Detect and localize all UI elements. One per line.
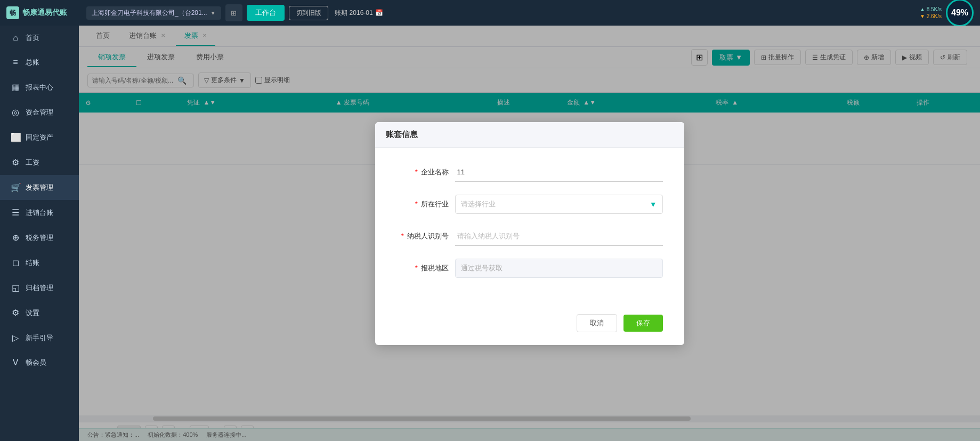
sidebar-item-purchase[interactable]: ☰ 进销台账 — [0, 200, 79, 225]
sidebar-label-ledger: 总账 — [26, 58, 39, 67]
industry-required: * — [415, 200, 418, 208]
speed-indicator: 49% — [946, 0, 974, 27]
tax-region-required: * — [415, 264, 418, 272]
assets-icon: ⬜ — [11, 132, 20, 142]
purchase-icon: ☰ — [11, 207, 20, 218]
sidebar-label-checkout: 结账 — [26, 258, 39, 268]
sidebar-item-tax[interactable]: ⊕ 税务管理 — [0, 225, 79, 250]
sidebar-label-guide: 新手引导 — [26, 333, 53, 343]
form-row-industry: * 所在行业 请选择行业 ▼ — [396, 195, 663, 214]
sidebar-item-finance[interactable]: ◎ 资金管理 — [0, 100, 79, 125]
switch-old-button[interactable]: 切到旧版 — [289, 6, 328, 20]
period-info: 账期 2016-01 📅 — [335, 9, 383, 18]
save-button[interactable]: 保存 — [623, 315, 663, 332]
modal-overlay: 账套信息 * 企业名称 * 所在行业 请选择行业 ▼ — [79, 26, 980, 441]
sidebar-item-member[interactable]: V 畅会员 — [0, 350, 79, 375]
form-row-company: * 企业名称 — [396, 163, 663, 182]
industry-select[interactable]: 请选择行业 ▼ — [455, 195, 663, 214]
sidebar-item-report[interactable]: ▦ 报表中心 — [0, 75, 79, 100]
sidebar-label-assets: 固定资产 — [26, 133, 53, 142]
settings-icon: ⚙ — [11, 308, 20, 318]
form-row-tax-id: * 纳税人识别号 — [396, 227, 663, 246]
sidebar-label-tax: 税务管理 — [26, 233, 53, 243]
tax-region-placeholder: 通过税号获取 — [461, 263, 503, 273]
tax-region-field: 通过税号获取 — [455, 259, 663, 278]
tax-id-label: * 纳税人识别号 — [396, 231, 455, 241]
industry-placeholder: 请选择行业 — [461, 199, 496, 209]
sidebar-item-salary[interactable]: ⚙ 工资 — [0, 150, 79, 175]
dialog-footer: 取消 保存 — [375, 306, 684, 345]
sidebar-item-settings[interactable]: ⚙ 设置 — [0, 300, 79, 325]
ledger-icon: ≡ — [11, 58, 20, 67]
checkout-icon: ◻ — [11, 258, 20, 268]
cancel-button[interactable]: 取消 — [577, 314, 617, 332]
member-icon: V — [11, 358, 20, 367]
tax-id-required: * — [401, 232, 404, 240]
dialog-header: 账套信息 — [375, 122, 684, 148]
sidebar-label-invoice: 发票管理 — [26, 183, 53, 193]
logo-icon: 畅 — [6, 6, 19, 19]
sidebar-item-ledger[interactable]: ≡ 总账 — [0, 50, 79, 75]
sidebar-item-guide[interactable]: ▷ 新手引导 — [0, 325, 79, 350]
sidebar-label-archive: 归档管理 — [26, 283, 53, 293]
dialog-title: 账套信息 — [386, 130, 418, 139]
sidebar-label-purchase: 进销台账 — [26, 208, 53, 218]
company-name: 上海卯金刀电子科技有限公司_（台201... — [92, 9, 207, 18]
sidebar-label-home: 首页 — [26, 33, 39, 43]
sidebar-item-assets[interactable]: ⬜ 固定资产 — [0, 125, 79, 150]
tax-icon: ⊕ — [11, 232, 20, 243]
speed-up: ▲ 8.5K/s — [920, 6, 942, 12]
period-label: 账期 — [335, 9, 347, 18]
period-value: 2016-01 — [350, 9, 373, 17]
sidebar-label-salary: 工资 — [26, 158, 39, 167]
salary-icon: ⚙ — [11, 157, 20, 167]
topbar-right: ▲ 8.5K/s ▼ 2.6K/s 49% — [920, 0, 974, 27]
sidebar-label-report: 报表中心 — [26, 83, 53, 92]
speed-vals: ▲ 8.5K/s ▼ 2.6K/s — [920, 6, 942, 19]
sidebar-label-settings: 设置 — [26, 308, 39, 318]
calendar-icon[interactable]: 📅 — [375, 9, 383, 17]
company-name-label: * 企业名称 — [396, 167, 455, 177]
sidebar-item-archive[interactable]: ◱ 归档管理 — [0, 275, 79, 300]
app-logo: 畅 畅康通易代账 — [6, 6, 81, 19]
sidebar-item-home[interactable]: ⌂ 首页 — [0, 26, 79, 50]
report-icon: ▦ — [11, 82, 20, 92]
speed-down: ▼ 2.6K/s — [920, 13, 942, 19]
home-icon: ⌂ — [11, 33, 20, 43]
tax-id-field[interactable] — [455, 227, 663, 246]
topbar: 畅 畅康通易代账 上海卯金刀电子科技有限公司_（台201... ▼ ⊞ 工作台 … — [0, 0, 980, 26]
sidebar: ⌂ 首页 ≡ 总账 ▦ 报表中心 ◎ 资金管理 ⬜ 固定资产 ⚙ 工资 🛒 发票… — [0, 26, 79, 441]
workbench-button[interactable]: 工作台 — [247, 5, 285, 21]
form-row-tax-region: * 报税地区 通过税号获取 — [396, 259, 663, 278]
app-name: 畅康通易代账 — [22, 8, 67, 18]
topbar-icon-btn-1[interactable]: ⊞ — [225, 4, 242, 21]
sidebar-label-finance: 资金管理 — [26, 108, 53, 117]
tax-region-label: * 报税地区 — [396, 263, 455, 273]
speed-percent: 49% — [951, 8, 968, 18]
company-name-field[interactable] — [455, 163, 663, 182]
guide-icon: ▷ — [11, 333, 20, 343]
sidebar-label-member: 畅会员 — [26, 358, 46, 367]
company-selector[interactable]: 上海卯金刀电子科技有限公司_（台201... ▼ — [86, 6, 221, 20]
finance-icon: ◎ — [11, 107, 20, 117]
dialog-body: * 企业名称 * 所在行业 请选择行业 ▼ * 纳 — [375, 148, 684, 306]
industry-label: * 所在行业 — [396, 199, 455, 209]
company-name-required: * — [415, 168, 418, 176]
archive-icon: ◱ — [11, 283, 20, 293]
industry-dropdown-icon: ▼ — [650, 200, 657, 209]
sidebar-item-invoice[interactable]: 🛒 发票管理 — [0, 175, 79, 200]
sidebar-item-checkout[interactable]: ◻ 结账 — [0, 250, 79, 275]
invoice-icon: 🛒 — [11, 182, 20, 193]
account-info-dialog: 账套信息 * 企业名称 * 所在行业 请选择行业 ▼ — [375, 122, 684, 345]
company-dropdown-icon: ▼ — [210, 10, 216, 16]
